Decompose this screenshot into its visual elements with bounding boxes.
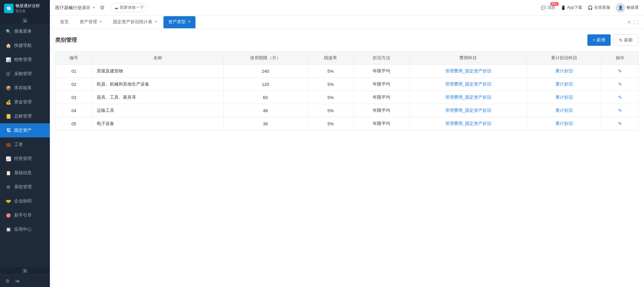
user-action[interactable]: 👤 畅捷通 — [616, 3, 639, 12]
cell-salvage: 5% — [307, 65, 354, 78]
system-icon: ⚙ — [5, 184, 11, 190]
cell-period: 120 — [223, 78, 307, 91]
page-title: 类别管理 — [55, 37, 77, 44]
fixed-assets-icon: 🏗 — [5, 127, 11, 133]
cell-name: 房屋及建筑物 — [92, 65, 223, 78]
messages-action[interactable]: 💬 消息 99+ — [541, 5, 555, 10]
cell-action[interactable]: ✎ — [602, 91, 639, 104]
cell-salvage: 5% — [307, 91, 354, 104]
chevron-down-icon: ▼ — [92, 6, 96, 9]
cell-id: 02 — [56, 78, 93, 91]
sidebar-item-enterprise[interactable]: 🤝 企业协同 — [0, 194, 50, 208]
cell-accumulated: 累计折旧 — [527, 78, 602, 91]
cell-salvage: 5% — [307, 117, 354, 130]
cell-accumulated: 累计折旧 — [527, 104, 602, 117]
sidebar-item-search[interactable]: 🔍 搜索菜单 — [0, 24, 50, 38]
sidebar-item-label: 固定资产 — [14, 127, 32, 133]
cell-expense: 管理费用_固定资产折旧 — [409, 104, 527, 117]
cell-accumulated: 累计折旧 — [527, 65, 602, 78]
cloud-icon: ☁ — [114, 5, 118, 10]
sidebar-bottom: ⚙ ⏮ — [0, 275, 50, 287]
company-selector[interactable]: 医疗器械行业演示 ▼ — [55, 5, 96, 11]
tab-asset-mgmt[interactable]: 资产管理 ✕ — [75, 16, 107, 28]
cell-action[interactable]: ✎ — [602, 65, 639, 78]
capital-icon: 💰 — [5, 99, 11, 105]
sidebar-item-operations[interactable]: 📈 经营管理 — [0, 152, 50, 166]
table-row: 02 机器、机械和其他生产设备 120 5% 年限平均 管理费用_固定资产折旧 … — [56, 78, 639, 91]
refresh-button[interactable]: ↻ 刷新 — [613, 34, 639, 46]
close-asset-mgmt-icon[interactable]: ✕ — [99, 20, 102, 24]
col-header-action: 操作 — [602, 52, 639, 65]
sidebar-item-ledger[interactable]: 📒 总账管理 — [0, 109, 50, 123]
tab-asset-type[interactable]: 资产类型 ✕ — [163, 16, 195, 28]
edit-icon[interactable]: ✎ — [618, 82, 622, 87]
cell-salvage: 5% — [307, 78, 354, 91]
table-header-row: 编号 名称 使用期限（月） 残值率 折旧方法 费用科目 累计折旧科目 操作 — [56, 52, 639, 65]
enterprise-icon: 🤝 — [5, 198, 11, 204]
edit-icon[interactable]: ✎ — [618, 68, 622, 74]
col-header-accumulated: 累计折旧科目 — [527, 52, 602, 65]
cell-method: 年限平均 — [354, 104, 409, 117]
expand-window-icon[interactable]: ⛶ — [634, 20, 639, 25]
cell-name: 电子设备 — [92, 117, 223, 130]
company-name: 医疗器械行业演示 — [55, 5, 90, 11]
edit-icon[interactable]: ✎ — [618, 95, 622, 100]
sidebar-item-quick-nav[interactable]: 🏠 快捷导航 — [0, 38, 50, 53]
page-header: 类别管理 + 新增 ↻ 刷新 — [55, 34, 639, 46]
sidebar-item-capital[interactable]: 💰 资金管理 — [0, 95, 50, 109]
cell-period: 240 — [223, 65, 307, 78]
category-table: 编号 名称 使用期限（月） 残值率 折旧方法 费用科目 累计折旧科目 操作 01… — [55, 51, 639, 130]
table-row: 04 运输工具 48 5% 年限平均 管理费用_固定资产折旧 累计折旧 ✎ — [56, 104, 639, 117]
cell-action[interactable]: ✎ — [602, 78, 639, 91]
sidebar-item-label: 应用中心 — [14, 226, 32, 232]
new-button[interactable]: + 新增 — [587, 34, 611, 46]
cell-action[interactable]: ✎ — [602, 104, 639, 117]
sidebar-item-fixed-assets[interactable]: 🏗 固定资产 — [0, 123, 50, 137]
scroll-down-btn[interactable]: ▼ — [23, 268, 27, 273]
sidebar-item-label: 资金管理 — [14, 99, 32, 105]
app-center-icon: 🔲 — [5, 226, 11, 232]
app-download-action[interactable]: 📱 App下载 — [561, 5, 582, 10]
table-row: 01 房屋及建筑物 240 5% 年限平均 管理费用_固定资产折旧 累计折旧 ✎ — [56, 65, 639, 78]
tab-depreciation-label: 固定资产折旧统计表 — [113, 19, 152, 25]
sidebar-item-system[interactable]: ⚙ 系统管理 — [0, 180, 50, 194]
tab-home[interactable]: 首页 — [55, 16, 73, 28]
app-edition: 普及版 — [16, 9, 40, 13]
edit-icon[interactable]: ✎ — [618, 121, 622, 126]
sales-icon: 📊 — [5, 57, 11, 63]
col-header-expense: 费用科目 — [409, 52, 527, 65]
scroll-up-btn[interactable]: ▲ — [23, 18, 27, 23]
cell-period: 36 — [223, 117, 307, 130]
sidebar-item-label: 库存核算 — [14, 85, 32, 91]
cell-id: 05 — [56, 117, 93, 130]
sidebar-item-label: 新手引导 — [14, 212, 32, 218]
cell-action[interactable]: ✎ — [602, 117, 639, 130]
close-asset-type-icon[interactable]: ✕ — [188, 20, 191, 24]
sidebar-item-sales[interactable]: 📊 销售管理 — [0, 53, 50, 67]
online-service-action[interactable]: 🎧 在线客服 — [588, 5, 610, 10]
header-right: 💬 消息 99+ 📱 App下载 🎧 在线客服 👤 畅捷通 — [541, 3, 639, 12]
settings-bottom-icon[interactable]: ⚙ — [5, 278, 10, 284]
home-icon: 🏠 — [5, 42, 11, 49]
sidebar-item-payroll[interactable]: 💼 工资 — [0, 137, 50, 152]
sidebar-item-purchase[interactable]: 🛒 采购管理 — [0, 67, 50, 81]
sidebar-item-guide[interactable]: 🎯 新手引导 — [0, 208, 50, 222]
refresh-icon: ↻ — [619, 38, 623, 43]
tab-home-label: 首页 — [60, 19, 69, 25]
sidebar-item-label: 经营管理 — [14, 156, 32, 162]
collapse-icon[interactable]: ⏮ — [15, 278, 20, 284]
sidebar-item-inventory[interactable]: 📦 库存核算 — [0, 81, 50, 95]
tab-depreciation-table[interactable]: 固定资产折旧统计表 ✕ — [108, 16, 162, 28]
tab-asset-type-label: 资产类型 — [168, 19, 186, 25]
avatar: 👤 — [616, 3, 625, 12]
close-window-icon[interactable]: ✕ — [627, 20, 631, 25]
col-header-salvage: 残值率 — [307, 52, 354, 65]
cell-period: 60 — [223, 91, 307, 104]
experience-button[interactable]: ☁ 我要体验一下 — [111, 3, 147, 12]
company-settings-icon[interactable]: ⚙ — [100, 4, 104, 11]
sidebar-item-basic-info[interactable]: 📋 基础信息 — [0, 166, 50, 180]
edit-icon[interactable]: ✎ — [618, 108, 622, 113]
close-depreciation-icon[interactable]: ✕ — [154, 20, 157, 24]
cell-salvage: 5% — [307, 104, 354, 117]
sidebar-item-app-center[interactable]: 🔲 应用中心 — [0, 222, 50, 236]
